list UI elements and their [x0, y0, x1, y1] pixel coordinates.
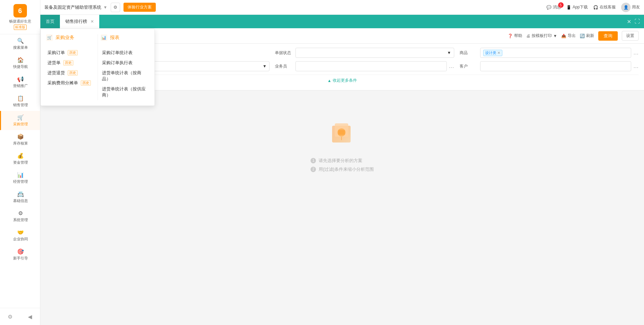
online-service-btn[interactable]: 🎧 在线客服 — [593, 4, 616, 10]
refresh-btn[interactable]: 🔄 刷新 — [580, 33, 594, 39]
tab-close-icon[interactable]: ✕ — [91, 19, 94, 24]
dropdown-columns: 🛒 采购业务 采购订单 历史 进货单 历史 进货退货 历史 采购费用分摊单 历史 — [46, 34, 149, 100]
app-logo-icon: 6 — [13, 4, 27, 17]
goods-chip-close[interactable]: ✕ — [497, 51, 500, 55]
export-icon: 📤 — [561, 34, 566, 38]
sidebar-item-search[interactable]: 🔍 搜索菜单 — [0, 34, 40, 53]
dropdown-item-order-stats[interactable]: 采购订单统计表 — [101, 48, 149, 58]
history-badge-1[interactable]: 历史 — [68, 50, 78, 55]
headset-icon: 🎧 — [593, 5, 598, 10]
hint-num-1: 1 — [311, 158, 316, 163]
dropdown-col1-title: 🛒 采购业务 — [46, 34, 95, 44]
refresh-icon: 🔄 — [580, 34, 585, 38]
app-logo-tag: 标准版 — [14, 25, 27, 30]
sidebar-item-nav[interactable]: 🏠 快捷导航 — [0, 53, 40, 73]
help-btn[interactable]: ❓ 帮助 — [508, 33, 522, 39]
sidebar-item-basic-info[interactable]: 📇 基础信息 — [0, 188, 40, 207]
dropdown-item-incoming[interactable]: 进货单 历史 — [46, 58, 95, 68]
message-badge: 5 — [558, 2, 564, 8]
sidebar-item-inventory[interactable]: 📦 库存核算 — [0, 130, 40, 149]
dropdown-item-return[interactable]: 进货退货 历史 — [46, 68, 95, 78]
print-btn[interactable]: 🖨 按模板打印 ▼ — [526, 33, 557, 39]
finance-icon: 💰 — [17, 153, 24, 159]
sidebar: 6 畅捷通好生意 标准版 🔍 搜索菜单 🏠 快捷导航 📢 营销推广 📋 销售管理… — [0, 0, 40, 325]
industry-solution-button[interactable]: 体验行业方案 — [123, 3, 156, 12]
tab-home[interactable]: 首页 — [40, 15, 60, 28]
sidebar-item-system[interactable]: ⚙ 系统管理 — [0, 207, 40, 226]
sidebar-logo: 6 畅捷通好生意 标准版 — [0, 0, 40, 34]
dropdown-divider — [98, 34, 98, 100]
guide-icon: 🎯 — [17, 248, 24, 255]
message-icon: 💬 — [546, 5, 551, 10]
purchase-dropdown-menu: 🛒 采购业务 采购订单 历史 进货单 历史 进货退货 历史 采购费用分摊单 历史 — [40, 29, 155, 106]
empty-state: 1 请先选择要分析的方案 2 用[过滤]条件来缩小分析范围 — [40, 90, 644, 201]
dropdown-item-order-exec[interactable]: 采购订单执行表 — [101, 58, 149, 68]
status-select[interactable]: ▼ — [295, 48, 454, 58]
query-button[interactable]: 查询 — [598, 31, 618, 41]
purchase-icon: 🛒 — [17, 114, 24, 121]
dropdown-col-report: 📊 报表 采购订单统计表 采购订单执行表 进货单统计表（按商品） 进货单统计表（… — [101, 34, 149, 100]
dropdown-item-incoming-stats-supplier[interactable]: 进货单统计表（按供应商） — [101, 84, 149, 100]
basic-info-icon: 📇 — [17, 191, 24, 197]
report-col-icon: 📊 — [101, 34, 107, 41]
goods-select[interactable]: 设计类 ✕ — [480, 48, 631, 58]
sidebar-item-sales[interactable]: 📋 销售管理 — [0, 92, 40, 111]
collapse-icon: ▲ — [327, 78, 331, 83]
customer-more-btn[interactable]: … — [633, 63, 639, 69]
app-logo-subtitle: 畅捷通好生意 — [9, 19, 31, 24]
export-btn[interactable]: 📤 导出 — [561, 33, 576, 39]
avatar: 👤 — [621, 3, 631, 12]
sidebar-item-guide[interactable]: 🎯 新手引导 — [0, 245, 40, 264]
settings-footer-btn[interactable]: ⚙ — [5, 312, 15, 322]
maximize-tab-icon[interactable]: ⛶ — [635, 18, 640, 25]
inventory-icon: 📦 — [17, 133, 24, 140]
filter-status-item: 单据状态 ▼ — [275, 48, 454, 58]
customer-select[interactable] — [480, 61, 631, 71]
print-dropdown-icon: ▼ — [553, 34, 557, 38]
operation-icon: 📊 — [17, 172, 24, 178]
setting-button[interactable]: 设置 — [622, 31, 639, 41]
tab-sales-ranking[interactable]: 销售排行榜 ✕ — [60, 15, 99, 28]
active-tab-label: 销售排行榜 — [65, 18, 87, 25]
dropdown-item-purchase-fee[interactable]: 采购费用分摊单 历史 — [46, 78, 95, 88]
sidebar-item-marketing[interactable]: 📢 营销推广 — [0, 73, 40, 92]
history-badge-4[interactable]: 历史 — [81, 80, 91, 86]
empty-hint-container: 1 请先选择要分析的方案 2 用[过滤]条件来缩小分析范围 — [311, 156, 373, 174]
svg-rect-3 — [338, 130, 345, 135]
salesman-more-btn[interactable]: … — [449, 63, 454, 69]
system-title-dropdown-icon[interactable]: ▼ — [103, 5, 107, 10]
empty-state-illustration — [325, 117, 359, 151]
message-btn[interactable]: 💬 消息 5 — [546, 4, 561, 10]
dropdown-col2-title: 📊 报表 — [101, 34, 149, 44]
hint-num-2: 2 — [311, 167, 316, 172]
settings-gear-btn[interactable]: ⚙ — [111, 3, 120, 12]
home-tab-label: 首页 — [46, 18, 55, 25]
dropdown-col-purchase: 🛒 采购业务 采购订单 历史 进货单 历史 进货退货 历史 采购费用分摊单 历史 — [46, 34, 95, 100]
sidebar-item-operation[interactable]: 📊 经营管理 — [0, 168, 40, 188]
close-tab-icon[interactable]: ✕ — [627, 18, 631, 25]
print-icon: 🖨 — [526, 34, 530, 38]
user-avatar-btn[interactable]: 👤 用友 — [621, 3, 640, 12]
cooperation-icon: 🤝 — [17, 229, 24, 236]
sidebar-item-cooperation[interactable]: 🤝 企业协同 — [0, 226, 40, 245]
sidebar-item-finance[interactable]: 💰 资金管理 — [0, 149, 40, 168]
filter-customer-item: 客户 … — [460, 61, 639, 71]
app-download-btn[interactable]: 📱 App下载 — [566, 4, 588, 10]
status-filter-label: 单据状态 — [275, 50, 293, 56]
dropdown-item-incoming-stats-goods[interactable]: 进货单统计表（按商品） — [101, 68, 149, 84]
sidebar-item-purchase[interactable]: 🛒 采购管理 — [0, 111, 40, 130]
filter-goods-item: 商品 设计类 ✕ … — [460, 48, 639, 58]
purchase-col-icon: 🛒 — [46, 34, 53, 41]
collapse-sidebar-btn[interactable]: ◀ — [25, 312, 35, 322]
salesman-select[interactable] — [295, 61, 446, 71]
history-badge-3[interactable]: 历史 — [68, 70, 78, 76]
empty-hint-2: 2 用[过滤]条件来缩小分析范围 — [311, 165, 373, 174]
sidebar-footer: ⚙ ◀ — [0, 308, 40, 325]
topbar-right: 💬 消息 5 📱 App下载 🎧 在线客服 👤 用友 — [546, 3, 640, 12]
sales-icon: 📋 — [17, 95, 24, 101]
empty-hint-1: 1 请先选择要分析的方案 — [311, 156, 373, 165]
goods-more-btn[interactable]: … — [633, 50, 639, 56]
salesman-filter-label: 业务员 — [275, 64, 293, 69]
dropdown-item-purchase-order[interactable]: 采购订单 历史 — [46, 48, 95, 58]
history-badge-2[interactable]: 历史 — [63, 60, 73, 66]
